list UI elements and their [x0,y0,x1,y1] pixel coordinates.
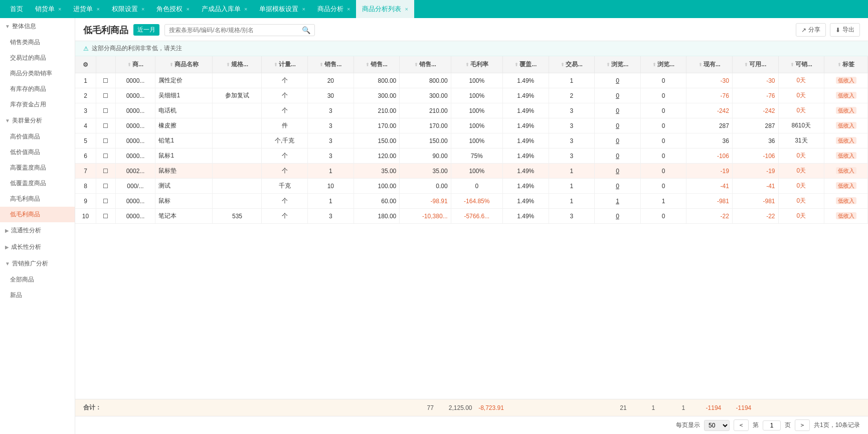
col-header-code[interactable]: ⬆商... [115,56,155,73]
row-coverage: 1.49% [502,118,549,133]
sidebar-item-库存资金占用[interactable]: 库存资金占用 [0,97,75,112]
link-value[interactable]: 0 [616,168,619,175]
row-saleable-days: 0天 [778,73,824,88]
link-value[interactable]: 0 [616,137,619,144]
row-tag: 低收入 [824,88,868,103]
search-input[interactable] [169,27,302,34]
nav-close-icon[interactable]: × [300,6,305,12]
sidebar-item-有库存的商品[interactable]: 有库存的商品 [0,81,75,97]
nav-close-icon[interactable]: × [185,6,189,12]
col-header-gross_rate[interactable]: ⬆毛利率 [451,56,502,73]
sidebar-group-成长性分析[interactable]: ▶成长性分析 [0,239,75,255]
sidebar-item-低价值商品[interactable]: 低价值商品 [0,144,75,160]
nav-item-进货单[interactable]: 进货单 × [67,0,105,18]
link-value[interactable]: 1 [616,198,619,205]
col-header-view2[interactable]: ⬆浏览... [640,56,686,73]
sidebar-item-高价值商品[interactable]: 高价值商品 [0,129,75,144]
row-unit: 个 [262,73,308,88]
col-header-sales_amount[interactable]: ⬆销售... [400,56,451,73]
link-value[interactable]: 0 [616,153,619,160]
nav-close-icon[interactable]: × [95,6,99,12]
row-checkbox[interactable]: ☐ [96,194,116,209]
row-tag: 低收入 [824,73,868,88]
share-icon: ↗ [801,27,806,34]
row-view2: 0 [640,209,686,224]
col-header-name[interactable]: ⬆商品名称 [155,56,213,73]
search-icon[interactable]: 🔍 [302,26,310,34]
nav-item-单据模板设置[interactable]: 单据模板设置 × [253,0,311,18]
sidebar-item-交易过的商品[interactable]: 交易过的商品 [0,50,75,66]
col-header-sales_qty[interactable]: ⬆销售... [308,56,354,73]
sidebar-item-新品[interactable]: 新品 [0,287,75,303]
nav-item-销货单[interactable]: 销货单 × [29,0,67,18]
sidebar-group-整体信息[interactable]: ▼整体信息 [0,18,75,35]
sidebar-item-高毛利商品[interactable]: 高毛利商品 [0,191,75,207]
row-current-stock: -242 [686,103,733,118]
link-value[interactable]: 0 [616,183,619,190]
col-header-available_stock[interactable]: ⬆可用... [732,56,778,73]
per-page-select[interactable]: 50 20 100 [704,420,730,431]
nav-item-商品分析[interactable]: 商品分析 × [311,0,356,18]
row-checkbox[interactable]: ☐ [96,73,116,88]
col-header-view1[interactable]: ⬆浏览... [595,56,641,73]
col-header-current_stock[interactable]: ⬆现有... [686,56,733,73]
row-current-stock: -30 [686,73,733,88]
sidebar-item-低毛利商品[interactable]: 低毛利商品 [0,207,75,222]
col-header-coverage[interactable]: ⬆覆盖... [502,56,549,73]
nav-item-角色授权[interactable]: 角色授权 × [150,0,195,18]
sidebar: ▼整体信息销售类商品交易过的商品商品分类助销率有库存的商品库存资金占用▼美群量分… [0,18,75,434]
sidebar-item-销售类商品[interactable]: 销售类商品 [0,35,75,50]
row-checkbox[interactable]: ☐ [96,179,116,194]
col-header-checkbox[interactable] [96,56,116,73]
sidebar-item-高覆盖度商品[interactable]: 高覆盖度商品 [0,160,75,176]
col-header-settings[interactable]: ⚙ [75,56,96,73]
row-name: 铅笔1 [155,133,213,149]
link-value[interactable]: 0 [616,77,619,84]
nav-close-icon[interactable]: × [345,6,350,12]
page-input[interactable] [763,420,781,430]
row-code: 0000... [115,209,155,224]
row-checkbox[interactable]: ☐ [96,133,116,149]
link-value[interactable]: 0 [616,122,619,129]
nav-item-首页[interactable]: 首页 [4,0,29,18]
link-value[interactable]: 0 [616,213,619,220]
row-checkbox[interactable]: ☐ [96,164,116,179]
sort-icon: ⬆ [226,62,230,67]
next-page-button[interactable]: ＞ [795,419,810,431]
tag-badge: 低收入 [836,122,856,129]
nav-item-商品分析列表[interactable]: 商品分析列表 × [356,0,414,18]
row-gross-rate: 100% [451,73,502,88]
notice-icon: ⚠ [83,45,89,52]
row-checkbox[interactable]: ☐ [96,88,116,103]
sidebar-item-商品分类助销率[interactable]: 商品分类助销率 [0,66,75,81]
period-button[interactable]: 近一月 [133,24,159,36]
col-header-tag[interactable]: ⬆标签 [824,56,868,73]
nav-close-icon[interactable]: × [403,6,408,12]
col-header-saleable_days[interactable]: ⬆可销... [778,56,824,73]
nav-close-icon[interactable]: × [140,6,144,12]
col-header-unit[interactable]: ⬆计量... [262,56,308,73]
prev-page-button[interactable]: ＜ [734,419,749,431]
sidebar-item-低覆盖度商品[interactable]: 低覆盖度商品 [0,176,75,191]
sidebar-group-营销推广分析[interactable]: ▼营销推广分析 [0,255,75,272]
export-button[interactable]: ⬇ 导出 [830,23,860,37]
share-button[interactable]: ↗ 分享 [796,23,826,37]
row-code: 000/... [115,179,155,194]
nav-close-icon[interactable]: × [243,6,247,12]
nav-item-权限设置[interactable]: 权限设置 × [106,0,150,18]
sidebar-group-美群量分析[interactable]: ▼美群量分析 [0,112,75,129]
row-checkbox[interactable]: ☐ [96,149,116,164]
row-sales-qty: 3 [308,133,354,149]
link-value[interactable]: 0 [616,92,619,99]
col-header-spec[interactable]: ⬆规格... [213,56,262,73]
col-header-sales_price[interactable]: ⬆销售... [354,56,400,73]
col-header-trade_count[interactable]: ⬆交易... [549,56,595,73]
nav-close-icon[interactable]: × [57,6,61,12]
sidebar-item-全部商品[interactable]: 全部商品 [0,272,75,287]
sidebar-group-流通性分析[interactable]: ▶流通性分析 [0,222,75,239]
row-checkbox[interactable]: ☐ [96,118,116,133]
link-value[interactable]: 0 [616,107,619,114]
row-checkbox[interactable]: ☐ [96,209,116,224]
nav-item-产成品入库单[interactable]: 产成品入库单 × [196,0,253,18]
row-checkbox[interactable]: ☐ [96,103,116,118]
